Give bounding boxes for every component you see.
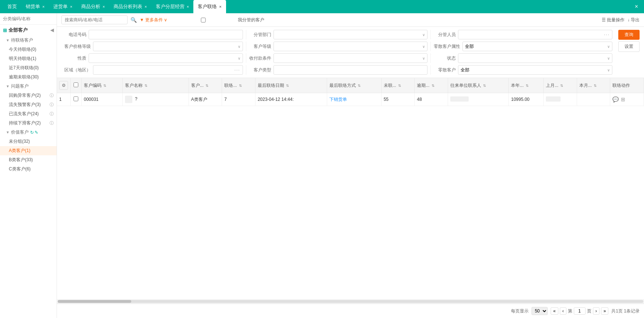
horizontal-scrollbar[interactable] [57, 299, 644, 304]
retail-select[interactable]: 全部 ∨ [458, 65, 612, 75]
last-method-link[interactable]: 下销货单 [329, 97, 347, 102]
refresh-icon[interactable]: ↻ [30, 130, 34, 135]
sidebar-item-7days[interactable]: 近7天待联络(0) [0, 63, 57, 73]
sort-overdue-icon: ⇅ [432, 84, 434, 88]
edit-icon[interactable]: ✎ [35, 130, 38, 135]
col-overdue[interactable]: 逾期... ⇅ [415, 78, 448, 93]
select-all-checkbox[interactable] [74, 82, 78, 87]
price-level-select[interactable]: ∨ [93, 42, 243, 51]
col-no: ⚙ [57, 78, 71, 93]
sidebar-item-today[interactable]: 今天待联络(0) [0, 45, 57, 54]
message-icon[interactable]: 💬 [612, 96, 619, 102]
sidebar-group-value[interactable]: ▼ 价值客户 ↻ ✎ [0, 128, 57, 137]
payment-arrow-icon: ∨ [422, 56, 425, 60]
col-last-month[interactable]: 上月... ⇅ [544, 78, 577, 93]
sidebar-item-a-class[interactable]: A类客户(1) [0, 146, 57, 155]
close-tab-purchase[interactable]: × [70, 4, 72, 9]
page-info: 共1页 1条记录 [611, 308, 640, 314]
retail-attr-select[interactable]: 全部 ∨ [462, 42, 612, 51]
nav-tab-purchase[interactable]: 进货单 × [49, 0, 76, 13]
nav-tab-customer-contact[interactable]: 客户联络 × [193, 0, 226, 13]
sidebar-item-repurchase-abnormal[interactable]: 回购异常客户(2) ⓘ [0, 91, 57, 100]
col-last-method[interactable]: 最后联络方式 ⇅ [327, 78, 382, 93]
nav-tab-sales[interactable]: 销货单 × [21, 0, 49, 13]
page-size-select[interactable]: 50 [532, 307, 548, 315]
link-icon[interactable]: ⊞ [621, 96, 625, 102]
col-this-year[interactable]: 本年... ⇅ [509, 78, 544, 93]
dept-select[interactable]: ∨ [273, 30, 428, 39]
status-select[interactable]: ∨ [458, 53, 612, 63]
search-btn-icon[interactable]: 🔍 [130, 17, 137, 23]
nature-select[interactable]: ∨ [89, 53, 243, 63]
col-this-month[interactable]: 本月... ⇅ [577, 78, 610, 93]
batch-op-btn[interactable]: ☰ 批量操作 [602, 17, 625, 23]
close-tab-customer-contact[interactable]: × [219, 4, 221, 9]
setting-btn[interactable]: 设置 [618, 41, 640, 52]
manager-dots-icon[interactable]: ··· [604, 32, 610, 37]
my-customers-checkbox[interactable]: 我分管的客户 [170, 17, 264, 23]
region-input[interactable]: ··· [93, 65, 243, 75]
close-tab-customer-segment[interactable]: × [187, 4, 189, 9]
sort-type-icon: ⇅ [205, 84, 208, 88]
row-select-checkbox[interactable] [74, 96, 78, 101]
row-no: 1 [57, 93, 71, 106]
sidebar-all-customers[interactable]: ⊞ 全部客户 ◀ [0, 25, 57, 36]
col-unit-contact[interactable]: 往来单位联系人 ⇅ [448, 78, 509, 93]
dept-arrow-icon: ∨ [422, 33, 425, 37]
my-customers-check[interactable] [170, 18, 236, 22]
query-btn[interactable]: 查询 [618, 30, 640, 40]
price-level-label: 客户价格等级 [64, 43, 91, 50]
col-code[interactable]: 客户编码 ⇅ [82, 78, 123, 93]
customer-level-select[interactable]: ∨ [273, 42, 428, 51]
filter-more-btn[interactable]: ▼ 更多条件 ∨ [140, 17, 167, 23]
nav-tab-customer-segment[interactable]: 客户分层经营 × [151, 0, 193, 13]
close-tab-product-analysis[interactable]: × [103, 4, 105, 9]
filter-icon: ▼ [140, 17, 144, 22]
info-icon-1: ⓘ [50, 102, 54, 107]
phone-input[interactable] [89, 30, 243, 39]
sidebar-collapse-btn[interactable]: ◀ [50, 28, 54, 33]
close-all-btn[interactable]: × [632, 3, 641, 10]
sidebar-item-declining[interactable]: 持续下滑客户(2) ⓘ [0, 119, 57, 128]
sidebar-item-c-class[interactable]: C类客户(6) [0, 165, 57, 174]
close-tab-sales[interactable]: × [42, 4, 44, 9]
close-tab-product-list[interactable]: × [144, 4, 147, 9]
search-input[interactable] [61, 15, 128, 24]
first-page-btn[interactable]: « [551, 307, 558, 315]
sidebar-group-pending[interactable]: ▼ 待联络客户 [0, 36, 57, 45]
export-icon: ↓ [627, 17, 630, 22]
sidebar-item-b-class[interactable]: B类客户(33) [0, 155, 57, 165]
sidebar-item-churn-warning[interactable]: 流失预警客户(3) ⓘ [0, 100, 57, 109]
col-contact[interactable]: 联络... ⇅ [222, 78, 255, 93]
row-unit-contact [448, 93, 509, 106]
nature-label: 性质 [64, 55, 86, 61]
sidebar-item-tomorrow[interactable]: 明天待联络(1) [0, 54, 57, 63]
nav-tab-product-analysis[interactable]: 商品分析 × [77, 0, 109, 13]
col-uncontact[interactable]: 未联... ⇅ [381, 78, 415, 93]
export-btn[interactable]: ↓ 导出 [627, 17, 640, 23]
status-label: 状态 [434, 55, 456, 61]
filter-right-actions: ☰ 批量操作 ↓ 导出 [602, 17, 640, 23]
nav-home[interactable]: 首页 [3, 3, 21, 10]
payment-select[interactable]: ∨ [273, 53, 428, 63]
col-checkbox [71, 78, 82, 93]
col-type[interactable]: 客户... ⇅ [189, 78, 222, 93]
page-input[interactable] [574, 307, 586, 315]
last-page-btn[interactable]: » [601, 307, 609, 315]
next-page-btn[interactable]: › [593, 307, 600, 315]
col-name[interactable]: 客户名称 ⇅ [122, 78, 189, 93]
page-label: 第 [568, 308, 572, 314]
scrollbar-thumb[interactable] [58, 300, 131, 303]
manager-input[interactable]: ··· [458, 30, 612, 39]
customer-type-input[interactable] [273, 65, 428, 75]
nav-tab-product-list[interactable]: 商品分析列表 × [109, 0, 151, 13]
prev-page-btn[interactable]: ‹ [560, 307, 566, 315]
region-dots-icon[interactable]: ··· [235, 67, 240, 73]
sidebar-group-problem[interactable]: ▼ 问题客户 [0, 82, 57, 91]
sidebar-search-input[interactable] [3, 16, 57, 21]
sidebar-item-overdue[interactable]: 逾期未联络(30) [0, 73, 57, 82]
table-settings-icon[interactable]: ⚙ [59, 81, 68, 90]
sidebar-item-ungroup[interactable]: 未分组(32) [0, 137, 57, 146]
col-last-date[interactable]: 最后联络日期 ⇅ [255, 78, 327, 93]
sidebar-item-churned[interactable]: 已流失客户(24) ⓘ [0, 109, 57, 119]
